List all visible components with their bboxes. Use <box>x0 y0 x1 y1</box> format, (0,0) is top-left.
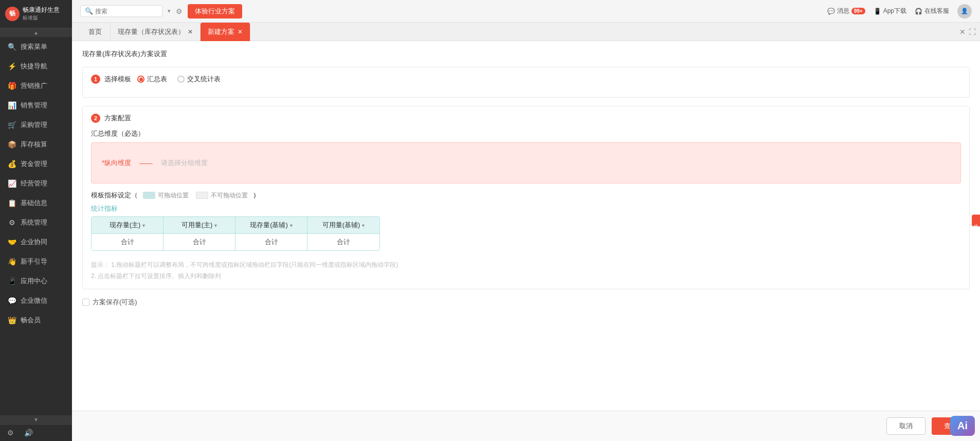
page-title: 现存量(库存状况表)方案设置 <box>82 49 970 59</box>
col-dropdown-arrow-3[interactable]: ▾ <box>362 223 365 228</box>
avatar[interactable]: 👤 <box>957 4 972 19</box>
radio-summary-circle <box>137 76 144 83</box>
col-dropdown-arrow-2[interactable]: ▾ <box>290 223 293 228</box>
sidebar-item-label: 企业微信 <box>21 296 47 305</box>
lightning-icon: ⚡ <box>7 62 16 71</box>
tabbar-right-controls: ✕ ⛶ <box>959 28 980 36</box>
sidebar-item-guide[interactable]: 👋 新手引导 <box>0 252 72 271</box>
tab-inventory[interactable]: 现存量（库存状况表） ✕ <box>111 23 201 41</box>
sidebar-scroll-down[interactable]: ▼ <box>0 415 72 424</box>
tab-close-icon[interactable]: ✕ <box>959 28 966 36</box>
trending-icon: 📈 <box>7 179 16 188</box>
section1-title: 选择模板 <box>104 75 131 84</box>
sidebar-item-member[interactable]: 👑 畅会员 <box>0 310 72 330</box>
search-icon: 🔍 <box>7 42 16 51</box>
sidebar-item-label: 销售管理 <box>21 101 47 110</box>
box-icon: 📦 <box>7 140 16 149</box>
sidebar-item-marketing[interactable]: 🎁 营销推广 <box>0 76 72 96</box>
speaker-icon[interactable]: 🔊 <box>24 429 33 437</box>
stats-title: 统计指标 <box>91 204 961 213</box>
sidebar-item-inventory[interactable]: 📦 库存核算 <box>0 135 72 154</box>
col-dropdown-arrow-1[interactable]: ▾ <box>214 223 217 228</box>
save-checkbox[interactable] <box>82 299 89 306</box>
stats-col-cell-0: 合计 <box>92 234 163 250</box>
sidebar-item-label: 企业协同 <box>21 237 47 247</box>
template-options: 汇总表 交叉统计表 <box>137 75 221 84</box>
section-config: 2 方案配置 汇总维度（必选） *纵向维度 —— 请选择分组维度 模板指标设定（ <box>82 106 970 289</box>
sidebar-item-label: 资金管理 <box>21 159 47 169</box>
sidebar-item-system[interactable]: ⚙ 系统管理 <box>0 213 72 232</box>
section2-num: 2 <box>91 114 100 123</box>
settings-bottom-icon[interactable]: ⚙ <box>7 429 14 437</box>
sidebar-scroll-up[interactable]: ▲ <box>0 28 72 37</box>
stats-col-0: 现存量(主) ▾ 合计 <box>92 217 164 250</box>
indicator-legend-row: 模板指标设定（ 可拖动位置 不可拖动位置 ） <box>91 191 961 200</box>
tip-1: 提示： 1.拖动标题栏可以调整布局，不可跨维度或指标区域拖动栏目字段(只能在同一… <box>91 260 961 271</box>
tab-new-plan-close[interactable]: ✕ <box>238 28 243 35</box>
crown-icon: 👑 <box>7 316 16 325</box>
search-input[interactable] <box>95 8 158 15</box>
topbar-right: 💬 消息 99+ 📱 App下载 🎧 在线客服 👤 <box>827 4 972 19</box>
tab-new-plan[interactable]: 新建方案 ✕ <box>201 23 250 41</box>
feedback-tab[interactable]: 反 馈 <box>972 215 980 227</box>
tab-home[interactable]: 首页 <box>80 23 111 41</box>
tab-expand-icon[interactable]: ⛶ <box>969 28 976 36</box>
stats-col-header-2[interactable]: 现存量(基辅) ▾ <box>235 217 307 234</box>
radio-cross[interactable]: 交叉统计表 <box>177 75 221 84</box>
sidebar-item-purchase[interactable]: 🛒 采购管理 <box>0 115 72 135</box>
sidebar-item-finance[interactable]: 💰 资金管理 <box>0 154 72 174</box>
col-dropdown-arrow-0[interactable]: ▾ <box>142 223 145 228</box>
save-option[interactable]: 方案保存(可选) <box>82 298 970 307</box>
sidebar-item-basic[interactable]: 📋 基础信息 <box>0 193 72 213</box>
industry-plan-button[interactable]: 体验行业方案 <box>188 4 242 19</box>
dimension-label: 汇总维度（必选） <box>91 129 961 138</box>
message-label: 消息 <box>837 7 849 15</box>
search-bar[interactable]: 🔍 <box>80 5 162 17</box>
tab-inventory-close[interactable]: ✕ <box>188 28 193 35</box>
sidebar-item-operations[interactable]: 📈 经营管理 <box>0 174 72 193</box>
sidebar-item-search[interactable]: 🔍 搜索菜单 <box>0 37 72 57</box>
stats-table-header: 现存量(主) ▾ 合计 可用量(主) ▾ 合计 <box>92 217 379 250</box>
content-area: 现存量(库存状况表)方案设置 1 选择模板 汇总表 交叉统计表 <box>72 41 980 411</box>
radio-summary-label: 汇总表 <box>147 75 167 84</box>
stats-col-header-label-1: 可用量(主) <box>182 220 213 230</box>
tabbar: 首页 现存量（库存状况表） ✕ 新建方案 ✕ ✕ ⛶ <box>72 23 980 41</box>
tips-area: 提示： 1.拖动标题栏可以调整布局，不可跨维度或指标区域拖动栏目字段(只能在同一… <box>91 260 961 282</box>
customer-service-button[interactable]: 🎧 在线客服 <box>915 7 949 15</box>
sidebar-item-label: 采购管理 <box>21 120 47 130</box>
radio-summary[interactable]: 汇总表 <box>137 75 167 84</box>
sidebar-item-label: 基础信息 <box>21 198 47 208</box>
message-badge: 99+ <box>851 8 865 14</box>
legend-fixed: 不可拖动位置 <box>196 191 248 200</box>
radio-cross-label: 交叉统计表 <box>187 75 221 84</box>
topbar-dropdown-arrow[interactable]: ▾ <box>168 8 171 14</box>
stats-col-header-label-3: 可用量(基辅) <box>322 220 360 230</box>
sidebar-logo: 畅 畅康通好生意 标准版 <box>0 0 72 28</box>
cancel-button[interactable]: 取消 <box>886 417 925 435</box>
ai-badge[interactable]: Ai <box>950 416 975 436</box>
stats-col-header-3[interactable]: 可用量(基辅) ▾ <box>307 217 379 234</box>
topbar-gear-icon[interactable]: ⚙ <box>176 7 183 15</box>
message-button[interactable]: 💬 消息 99+ <box>827 7 865 15</box>
dimension-area[interactable]: *纵向维度 —— 请选择分组维度 <box>91 142 961 183</box>
app-download-button[interactable]: 📱 App下载 <box>874 7 906 15</box>
legend-draggable-box <box>143 192 155 199</box>
sidebar-item-label: 系统管理 <box>21 218 47 227</box>
section2-title: 方案配置 <box>104 114 131 123</box>
stats-col-header-label-0: 现存量(主) <box>110 220 141 230</box>
money-icon: 💰 <box>7 159 16 169</box>
sidebar-item-enterprise[interactable]: 🤝 企业协同 <box>0 232 72 252</box>
sidebar-item-shortcut[interactable]: ⚡ 快捷导航 <box>0 57 72 76</box>
legend-draggable: 可拖动位置 <box>143 191 189 200</box>
stats-col-header-0[interactable]: 现存量(主) ▾ <box>92 217 163 234</box>
sidebar-item-sales[interactable]: 📊 销售管理 <box>0 96 72 115</box>
stats-col-header-1[interactable]: 可用量(主) ▾ <box>164 217 235 234</box>
sidebar-item-label: 搜索菜单 <box>21 42 47 51</box>
sidebar-item-label: 畅会员 <box>21 316 41 325</box>
stats-col-cell-1: 合计 <box>164 234 235 250</box>
sidebar-item-apps[interactable]: 📱 应用中心 <box>0 271 72 291</box>
sidebar-item-label: 应用中心 <box>21 277 47 286</box>
wave-icon: 👋 <box>7 257 16 266</box>
sidebar-item-wechat[interactable]: 💬 企业微信 <box>0 291 72 310</box>
dimension-required: *纵向维度 <box>102 158 131 168</box>
